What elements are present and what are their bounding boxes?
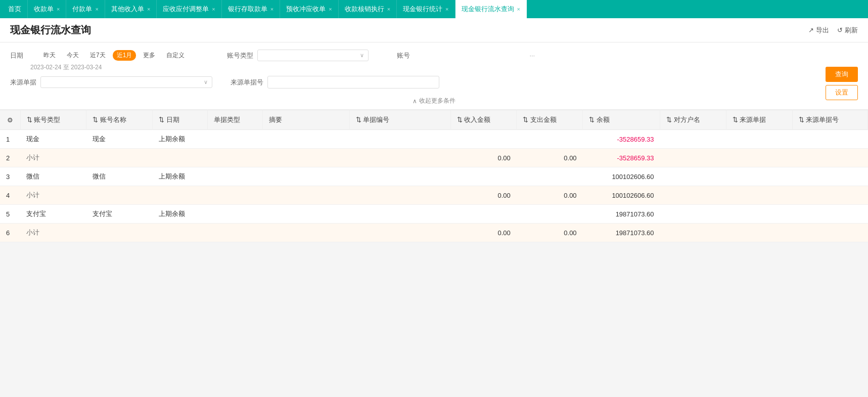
col-summary: 摘要 — [263, 110, 349, 130]
account-type-chevron: ∨ — [360, 52, 364, 59]
cell-source-doc-no — [792, 130, 867, 149]
cell-doc-no — [349, 167, 450, 186]
cell-doc-type — [207, 130, 263, 149]
settings-gear-icon: ⚙ — [7, 116, 13, 124]
export-button[interactable]: ↗ 导出 — [808, 26, 829, 35]
cell-expense — [517, 130, 583, 149]
filter-buttons: 查询 设置 — [826, 67, 858, 100]
col-counterpart[interactable]: ⇅ 对方户名 — [660, 110, 726, 130]
nav-cash-bank-stat-close[interactable]: × — [445, 6, 448, 12]
nav-receipt-verify-close[interactable]: × — [387, 6, 390, 12]
cell-source-doc-no — [792, 224, 867, 242]
cell-counterpart — [660, 167, 726, 186]
account-dots[interactable]: ··· — [527, 52, 537, 59]
cell-doc-no — [349, 186, 450, 205]
cell-source-doc — [726, 186, 792, 205]
nav-home[interactable]: 首页 — [2, 0, 28, 18]
nav-prepay-offset-label: 预收冲应收单 — [286, 5, 326, 14]
col-counterpart-label: ⇅ 对方户名 — [666, 116, 700, 123]
nav-receipt[interactable]: 收款单 × — [28, 0, 66, 18]
cell-no: 3 — [0, 167, 20, 186]
source-doc-select[interactable]: ∨ — [40, 76, 212, 88]
col-account-name[interactable]: ⇅ 账号名称 — [86, 110, 153, 130]
cell-income: 0.00 — [450, 186, 517, 205]
cell-account-type: 微信 — [20, 167, 86, 186]
date-custom[interactable]: 自定义 — [162, 50, 189, 61]
refresh-label: 刷新 — [845, 26, 858, 35]
cell-counterpart — [660, 186, 726, 205]
cell-no: 2 — [0, 149, 20, 167]
cell-doc-no — [349, 149, 450, 167]
cell-source-doc — [726, 205, 792, 224]
nav-ar-ap-adjust-close[interactable]: × — [212, 6, 215, 12]
col-account-type[interactable]: ⇅ 账号类型 — [20, 110, 86, 130]
refresh-icon: ↺ — [837, 26, 843, 34]
col-doc-no[interactable]: ⇅ 单据编号 — [349, 110, 450, 130]
nav-other-income-close[interactable]: × — [147, 6, 150, 12]
filter-section: 日期 昨天 今天 近7天 近1月 更多 自定义 账号类型 ∨ 账号 ··· 查询… — [0, 42, 868, 110]
col-date-label: ⇅ 日期 — [159, 116, 179, 123]
cell-expense — [517, 167, 583, 186]
collapse-label: 收起更多条件 — [419, 97, 455, 105]
cell-expense: 0.00 — [517, 224, 583, 242]
cell-income — [450, 205, 517, 224]
cell-doc-no — [349, 130, 450, 149]
nav-bank-deposit[interactable]: 银行存取款单 × — [222, 0, 280, 18]
nav-ar-ap-adjust[interactable]: 应收应付调整单 × — [157, 0, 221, 18]
col-source-doc[interactable]: ⇅ 来源单据 — [726, 110, 792, 130]
cell-account-name — [86, 224, 153, 242]
account-type-select[interactable]: ∨ — [257, 50, 369, 61]
nav-prepay-offset-close[interactable]: × — [329, 6, 332, 12]
cell-no: 5 — [0, 205, 20, 224]
col-source-doc-no[interactable]: ⇅ 来源单据号 — [792, 110, 867, 130]
nav-prepay-offset[interactable]: 预收冲应收单 × — [280, 0, 338, 18]
col-settings[interactable]: ⚙ — [0, 110, 20, 130]
cell-summary — [263, 205, 349, 224]
date-today[interactable]: 今天 — [63, 50, 83, 61]
col-balance[interactable]: ⇅ 余额 — [583, 110, 660, 130]
nav-cash-flow-query[interactable]: 现金银行流水查询 × — [455, 0, 527, 18]
cell-source-doc — [726, 167, 792, 186]
cell-summary — [263, 224, 349, 242]
nav-cash-bank-stat[interactable]: 现金银行统计 × — [397, 0, 455, 18]
nav-payment-close[interactable]: × — [95, 6, 98, 12]
col-expense[interactable]: ⇅ 支出金额 — [517, 110, 583, 130]
cell-account-type: 小计 — [20, 149, 86, 167]
table-row: 1现金现金上期余额-3528659.33 — [0, 130, 868, 149]
col-date[interactable]: ⇅ 日期 — [153, 110, 207, 130]
collapse-button[interactable]: ∧ 收起更多条件 — [10, 95, 858, 107]
col-income[interactable]: ⇅ 收入金额 — [450, 110, 517, 130]
cell-balance: 19871073.60 — [583, 224, 660, 242]
cell-source-doc-no — [792, 186, 867, 205]
cell-counterpart — [660, 205, 726, 224]
filter-row-2: 来源单据 ∨ 来源单据号 — [10, 76, 858, 89]
date-label: 日期 — [10, 51, 35, 60]
date-more[interactable]: 更多 — [139, 50, 159, 61]
cell-income — [450, 130, 517, 149]
cell-source-doc-no — [792, 167, 867, 186]
nav-receipt-verify[interactable]: 收款核销执行 × — [339, 0, 397, 18]
date-yesterday[interactable]: 昨天 — [39, 50, 60, 61]
cell-account-name — [86, 149, 153, 167]
nav-other-income[interactable]: 其他收入单 × — [105, 0, 157, 18]
cell-summary — [263, 130, 349, 149]
date-7days[interactable]: 近7天 — [86, 50, 110, 61]
date-options: 昨天 今天 近7天 近1月 更多 自定义 — [39, 50, 189, 61]
date-1month[interactable]: 近1月 — [113, 50, 136, 61]
cell-summary — [263, 186, 349, 205]
cell-balance: -3528659.33 — [583, 149, 660, 167]
query-button[interactable]: 查询 — [826, 67, 858, 82]
nav-bank-deposit-close[interactable]: × — [270, 6, 273, 12]
table-container: ⚙ ⇅ 账号类型 ⇅ 账号名称 ⇅ 日期 单据类型 摘要 ⇅ 单 — [0, 110, 868, 242]
nav-payment[interactable]: 付款单 × — [66, 0, 105, 18]
settings-button[interactable]: 设置 — [826, 85, 858, 100]
cell-source-doc-no — [792, 149, 867, 167]
nav-cash-flow-query-close[interactable]: × — [517, 6, 520, 12]
source-doc-no-input[interactable] — [267, 76, 439, 89]
source-doc-label: 来源单据 — [10, 78, 36, 87]
cell-doc-type — [207, 149, 263, 167]
nav-receipt-label: 收款单 — [34, 5, 54, 14]
nav-receipt-close[interactable]: × — [57, 6, 60, 12]
cell-doc-type — [207, 205, 263, 224]
refresh-button[interactable]: ↺ 刷新 — [837, 26, 858, 35]
